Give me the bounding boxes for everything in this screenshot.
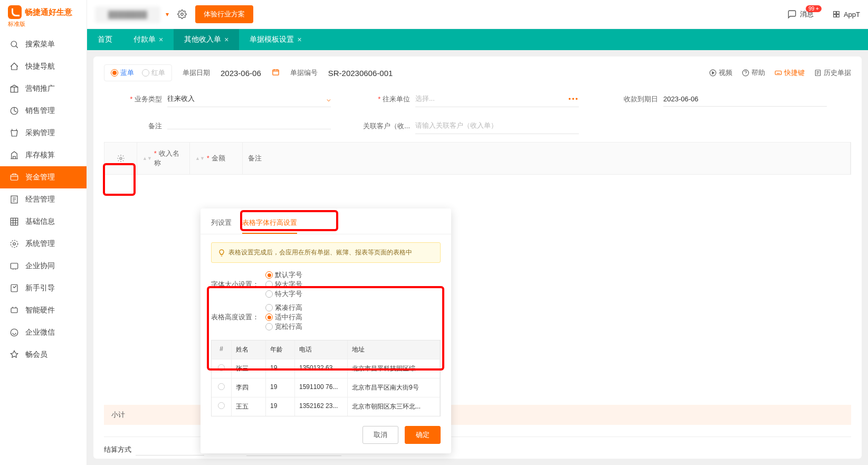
row-radio[interactable] [218,383,225,390]
sample-row: 张三 19 1350132 63... 北京市昌平科技园区综... [212,359,440,378]
sidebar-icon [9,40,19,49]
col-amount[interactable]: ▲▼金额 [190,143,243,174]
sidebar-item[interactable]: 营销推广 [0,78,87,100]
row-radio[interactable] [218,364,225,371]
page-tab[interactable]: 首页 [87,29,123,50]
sidebar-item[interactable]: 系统管理 [0,233,87,255]
svg-rect-14 [837,12,840,14]
assoc-input[interactable]: 请输入关联客户（收入单） [415,118,579,134]
sidebar-item[interactable]: 新手引导 [0,277,87,299]
cancel-button[interactable]: 取消 [363,426,398,444]
party-select[interactable]: 选择... ••• [415,91,579,107]
due-label: 收款到期日 [600,94,658,104]
table-settings-gear[interactable] [104,143,137,174]
popup-tab-font[interactable]: 表格字体行高设置 [242,215,297,234]
height-option[interactable]: 紧凑行高 [265,303,302,312]
page-tab[interactable]: 付款单× [123,29,174,50]
sidebar-item[interactable]: 资金管理 [0,166,87,188]
history-link[interactable]: 历史单据 [814,68,851,78]
video-link[interactable]: 视频 [709,68,732,78]
height-option[interactable]: 宽松行高 [265,322,302,331]
svg-point-22 [120,157,122,159]
cta-button[interactable]: 体验行业方案 [195,5,253,23]
svg-point-7 [11,240,18,248]
svg-rect-3 [11,175,18,181]
sample-row: 王五 19 1352162 23... 北京市朝阳区东三环北... [212,397,440,416]
row-radio[interactable] [218,402,225,409]
sidebar-icon [9,84,19,93]
sidebar-item-label: 销售管理 [25,106,55,116]
sample-table: # 姓名 年龄 电话 地址 张三 19 1350132 63... 北京市昌平科… [211,340,441,416]
sample-col-phone: 电话 [295,340,348,359]
settle-select[interactable]: ⌵ [136,444,204,455]
sidebar-item-label: 系统管理 [25,239,55,249]
sidebar-item[interactable]: 销售管理 [0,100,87,122]
sidebar-item[interactable]: 基础信息 [0,211,87,233]
close-icon[interactable]: × [297,35,301,44]
close-icon[interactable]: × [224,35,228,44]
chevron-down-icon[interactable]: ▾ [166,11,169,18]
svg-rect-20 [775,71,781,75]
settle-label: 结算方式 [104,445,131,454]
sidebar-item[interactable]: 企业微信 [0,321,87,344]
sidebar-item[interactable]: 智能硬件 [0,299,87,321]
svg-rect-5 [11,218,18,225]
sidebar-icon [9,283,19,293]
sidebar-item-label: 智能硬件 [25,306,55,315]
sidebar: 畅捷通好生意 标准版 搜索菜单快捷导航营销推广销售管理采购管理库存核算资金管理经… [0,0,87,465]
remark-input[interactable] [167,122,331,129]
sidebar-item[interactable]: 库存核算 [0,144,87,166]
due-date-input[interactable]: 2023-06-06 [663,92,827,107]
svg-rect-16 [837,15,840,17]
brand-name: 畅捷通好生意 [25,7,72,17]
svg-point-11 [11,329,18,336]
svg-rect-15 [834,15,836,17]
confirm-button[interactable]: 确定 [405,426,441,444]
messages-button[interactable]: 消息 99 + [787,10,814,19]
brand-logo-icon [8,5,22,19]
height-option[interactable]: 适中行高 [265,312,302,322]
col-remark[interactable]: 备注 [243,143,851,174]
sidebar-item-label: 新手引导 [25,283,55,293]
font-option[interactable]: 较大字号 [265,280,302,289]
close-icon[interactable]: × [159,35,163,44]
sidebar-item[interactable]: 畅会员 [0,344,87,366]
sidebar-icon [9,328,19,337]
help-link[interactable]: 帮助 [742,68,765,78]
sample-row: 李四 19 1591100 76... 北京市昌平区南大街9号 [212,378,440,397]
font-option[interactable]: 默认字号 [265,270,302,280]
sidebar-item[interactable]: 采购管理 [0,122,87,144]
sidebar-item[interactable]: 搜索菜单 [0,33,87,55]
subtotal-label: 小计 [111,410,143,420]
radio-blue[interactable]: 蓝单 [111,68,134,78]
company-selector[interactable]: ████████ [95,6,160,23]
table-settings-popup: 列设置 表格字体行高设置 表格设置完成后，会应用在所有单据、账簿、报表等页面的表… [201,208,451,453]
biz-type-select[interactable]: 往来收入 ⌵ [167,91,331,107]
shortcut-link[interactable]: 快捷键 [775,68,805,78]
sidebar-icon [9,106,19,116]
settings-gear-icon[interactable] [174,6,190,22]
brand-edition: 标准版 [8,20,79,28]
svg-point-0 [11,41,17,47]
sidebar-item[interactable]: 快捷导航 [0,55,87,78]
page-tab[interactable]: 其他收入单× [174,29,239,50]
app-link[interactable]: AppT [832,10,860,18]
tip-banner: 表格设置完成后，会应用在所有单据、账簿、报表等页面的表格中 [211,242,441,263]
sidebar-item[interactable]: 企业协同 [0,255,87,277]
brand-area: 畅捷通好生意 标准版 [0,0,87,33]
col-income-name[interactable]: ▲▼收入名称 [137,143,190,174]
sidebar-icon [9,128,19,138]
sample-col-addr: 地址 [348,340,440,359]
font-option[interactable]: 特大字号 [265,289,302,299]
sidebar-icon [9,350,19,359]
page-tab[interactable]: 单据模板设置× [239,29,312,50]
popup-tab-columns[interactable]: 列设置 [211,215,232,234]
font-size-label: 字体大小设置： [211,280,259,289]
radio-red[interactable]: 红单 [142,68,165,78]
svg-point-12 [180,13,183,16]
sidebar-item[interactable]: 经营管理 [0,188,87,211]
date-value[interactable]: 2023-06-06 [221,69,261,78]
doc-type-radio-group: 蓝单 红单 [104,64,172,81]
sidebar-item-label: 营销推广 [25,84,55,93]
calendar-icon[interactable] [272,68,280,78]
